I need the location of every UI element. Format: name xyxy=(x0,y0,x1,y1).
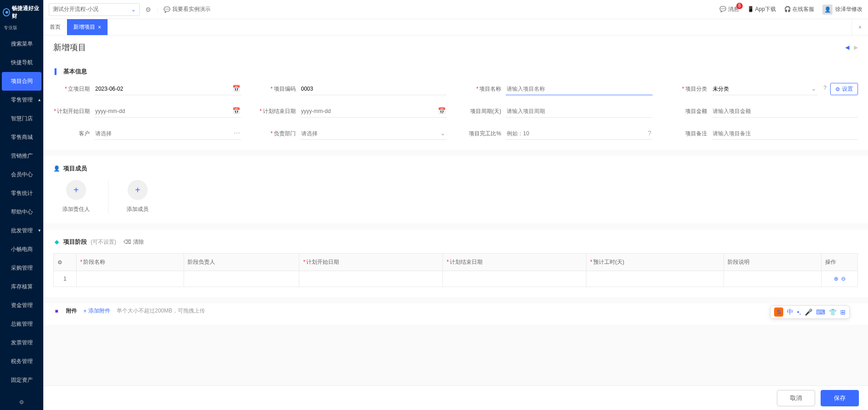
sidebar-item-project-contract[interactable]: 项目合同 xyxy=(2,72,41,91)
help-icon[interactable]: ? xyxy=(823,85,827,91)
ime-shirt-icon[interactable]: 👕 xyxy=(829,308,837,316)
phone-icon: 📱 xyxy=(747,6,754,12)
sidebar-item-retail[interactable]: 零售管理▴ xyxy=(0,91,43,109)
next-page-button[interactable]: ▶ xyxy=(854,44,858,51)
add-owner-label: 添加责任人 xyxy=(62,205,90,213)
start-date-input[interactable] xyxy=(94,105,241,118)
amount-input[interactable] xyxy=(712,105,858,118)
support-button[interactable]: 🎧 在线客服 xyxy=(784,5,814,13)
date-input[interactable] xyxy=(94,83,241,95)
add-member-label: 添加成员 xyxy=(127,205,149,213)
dept-select[interactable] xyxy=(300,128,447,140)
remark-label: 项目备注 xyxy=(671,130,712,138)
clear-stages-button[interactable]: ⌫ 清除 xyxy=(123,238,144,246)
col-plan-end: 计划结束日期 xyxy=(443,254,586,271)
cell-hours[interactable] xyxy=(586,271,724,287)
period-input[interactable] xyxy=(506,105,652,118)
gear-icon[interactable]: ⚙ xyxy=(145,6,151,13)
sidebar-item-marketing[interactable]: 营销推广 xyxy=(0,147,43,165)
sidebar-item-search[interactable]: 搜索菜单 xyxy=(0,35,43,53)
sidebar-item-retail-stats[interactable]: 零售统计 xyxy=(0,184,43,203)
sidebar-item-purchase[interactable]: 采购管理 xyxy=(0,259,43,277)
demo-link[interactable]: 💬 我要看实例演示 xyxy=(164,5,211,13)
sidebar-item-help[interactable]: 帮助中心 xyxy=(0,203,43,221)
stages-table: ⚙ 阶段名称 阶段负责人 计划开始日期 计划结束日期 预计工时(天) 阶段说明 … xyxy=(53,253,858,287)
topbar: 测试分开流程-小况 ⌄ ⚙ | 💬 我要看实例演示 💬 消息 8 📱 App下载 xyxy=(43,0,868,19)
content-area: 新增项目 ◀ ▶ ▌ 基本信息 立项日期 📅 xyxy=(43,36,868,410)
row-add-icon[interactable]: ⊕ xyxy=(834,276,838,282)
sidebar-item-wholesale[interactable]: 批发管理▾ xyxy=(0,221,43,240)
col-desc: 阶段说明 xyxy=(724,254,822,271)
avatar-icon: 👤 xyxy=(822,5,832,15)
stage-icon: ◆ xyxy=(53,239,60,245)
setup-button[interactable]: ⚙ 设置 xyxy=(830,83,858,95)
sidebar-item-member[interactable]: 会员中心 xyxy=(0,165,43,184)
sidebar-item-inventory[interactable]: 库存核算 xyxy=(0,277,43,296)
end-label: 计划结束日期 xyxy=(259,108,300,115)
add-member-button[interactable]: + xyxy=(128,180,148,200)
sidebar: 畅捷通好业财 专业版 搜索菜单 快捷导航 项目合同 零售管理▴ 智慧门店 零售商… xyxy=(0,0,43,410)
ime-toolbar[interactable]: S 中 •, 🎤 ⌨ 👕 ⊞ xyxy=(770,305,850,319)
tab-home[interactable]: 首页 xyxy=(43,19,67,35)
code-input[interactable] xyxy=(300,83,447,95)
chevron-down-icon: ⌄ xyxy=(131,6,136,13)
add-attachment-button[interactable]: + 添加附件 xyxy=(83,307,110,315)
info-icon: ▌ xyxy=(53,68,60,75)
headset-icon: 🎧 xyxy=(784,6,791,12)
period-label: 项目周期(天) xyxy=(465,108,506,115)
tab-new-project[interactable]: 新增项目 × xyxy=(67,19,108,35)
col-hours: 预计工时(天) xyxy=(586,254,724,271)
close-icon[interactable]: × xyxy=(98,24,101,31)
remark-input[interactable] xyxy=(712,128,858,140)
cell-stage-name[interactable] xyxy=(77,271,184,287)
cell-desc[interactable] xyxy=(724,271,822,287)
sidebar-item-quicknav[interactable]: 快捷导航 xyxy=(0,53,43,72)
sidebar-settings-icon[interactable]: ⚙ xyxy=(0,395,43,410)
customer-select[interactable] xyxy=(94,128,241,140)
col-plan-start: 计划开始日期 xyxy=(299,254,443,271)
sidebar-item-tax[interactable]: 税务管理 xyxy=(0,352,43,371)
cell-plan-end[interactable] xyxy=(443,271,586,287)
dept-label: 负责部门 xyxy=(259,130,300,138)
done-label: 项目完工比% xyxy=(465,130,506,138)
sidebar-item-ledger[interactable]: 总账管理 xyxy=(0,315,43,333)
sidebar-item-assets[interactable]: 固定资产 xyxy=(0,371,43,390)
section-members-title: 项目成员 xyxy=(63,164,87,173)
add-owner-button[interactable]: + xyxy=(66,180,86,200)
section-members: 👤 项目成员 + 添加责任人 + 添加成员 xyxy=(43,156,868,223)
flow-selector[interactable]: 测试分开流程-小况 ⌄ xyxy=(49,3,140,16)
section-attach-title: 附件 xyxy=(66,307,77,315)
ime-lang[interactable]: 中 xyxy=(787,308,793,316)
cancel-button[interactable]: 取消 xyxy=(777,390,815,406)
ime-keyboard-icon[interactable]: ⌨ xyxy=(816,308,825,316)
sidebar-item-ecommerce[interactable]: 小畅电商 xyxy=(0,240,43,259)
prev-page-button[interactable]: ◀ xyxy=(845,44,849,51)
col-stage-owner: 阶段负责人 xyxy=(184,254,299,271)
col-stage-name: 阶段名称 xyxy=(77,254,184,271)
messages-button[interactable]: 💬 消息 8 xyxy=(719,5,739,13)
name-input[interactable] xyxy=(506,83,652,95)
done-input[interactable] xyxy=(506,128,652,140)
sidebar-item-invoice[interactable]: 发票管理 xyxy=(0,333,43,352)
table-settings-icon[interactable]: ⚙ xyxy=(54,254,77,271)
ime-mic-icon[interactable]: 🎤 xyxy=(805,308,812,316)
cell-stage-owner[interactable] xyxy=(184,271,299,287)
start-label: 计划开始日期 xyxy=(53,108,94,115)
end-date-input[interactable] xyxy=(300,105,447,118)
save-button[interactable]: 保存 xyxy=(821,390,859,406)
user-menu[interactable]: 👤 徐泽华修改 xyxy=(822,5,863,15)
app-download-button[interactable]: 📱 App下载 xyxy=(747,5,776,13)
close-all-tabs-button[interactable]: × xyxy=(852,19,868,35)
sidebar-item-retail-mall[interactable]: 零售商城 xyxy=(0,128,43,147)
cell-plan-start[interactable] xyxy=(299,271,443,287)
tabs-bar: 首页 新增项目 × × xyxy=(43,19,868,36)
brand-name: 畅捷通好业财 xyxy=(12,5,41,20)
sidebar-item-smart-store[interactable]: 智慧门店 xyxy=(0,109,43,128)
sidebar-item-funds[interactable]: 资金管理 xyxy=(0,296,43,315)
table-row[interactable]: 1 ⊕ ⊖ xyxy=(54,271,858,287)
section-basic-title: 基本信息 xyxy=(63,67,87,76)
ime-punct-icon[interactable]: •, xyxy=(797,308,801,316)
ime-grid-icon[interactable]: ⊞ xyxy=(840,308,846,316)
row-delete-icon[interactable]: ⊖ xyxy=(841,276,846,282)
category-select[interactable] xyxy=(712,83,818,95)
